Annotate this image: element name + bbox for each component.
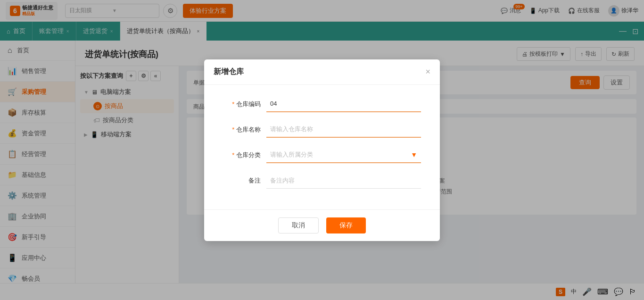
name-input[interactable] [266,122,421,138]
form-row-code: 仓库编码 [223,96,421,112]
name-label: 仓库名称 [223,125,261,134]
code-input[interactable] [266,96,421,112]
dialog-footer: 取消 保存 [204,209,440,241]
form-row-remark: 备注 [223,173,421,189]
code-label: 仓库编码 [223,100,261,108]
save-button[interactable]: 保存 [326,217,366,233]
category-placeholder: 请输入所属分类 [270,150,313,159]
remark-input[interactable] [266,173,421,189]
dialog-body: 仓库编码 仓库名称 仓库分类 请输入所属分类 ▼ 备注 [204,85,440,209]
dialog-close-icon[interactable]: × [425,67,430,77]
category-label: 仓库分类 [223,151,261,159]
form-row-name: 仓库名称 [223,122,421,138]
remark-label: 备注 [223,176,261,185]
category-select[interactable]: 请输入所属分类 ▼ [266,147,421,163]
new-warehouse-dialog: 新增仓库 × 仓库编码 仓库名称 仓库分类 请输入所属分类 ▼ 备注 [204,59,440,241]
dialog-title: 新增仓库 [214,67,244,77]
dialog-header: 新增仓库 × [204,59,440,85]
category-arrow-icon: ▼ [411,151,417,158]
cancel-button[interactable]: 取消 [278,217,319,233]
form-row-category: 仓库分类 请输入所属分类 ▼ [223,147,421,163]
modal-overlay: 新增仓库 × 仓库编码 仓库名称 仓库分类 请输入所属分类 ▼ 备注 [0,0,644,300]
